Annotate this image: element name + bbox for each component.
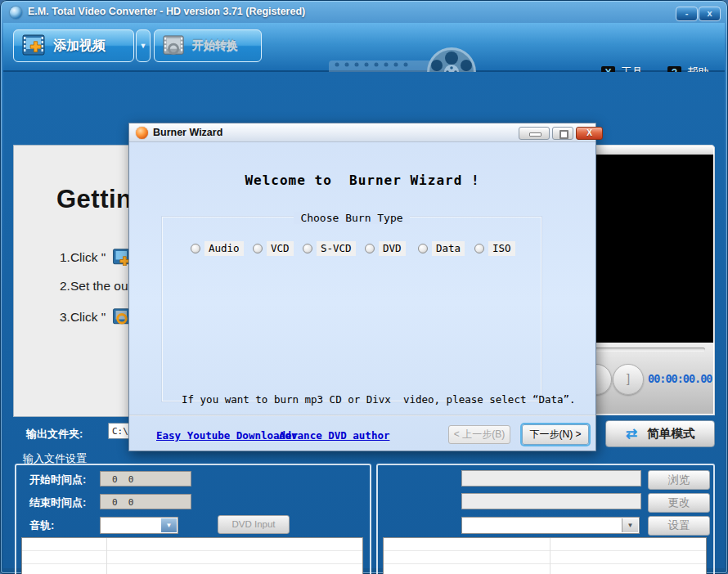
chevron-down-icon: ▼ <box>622 518 638 532</box>
step-3-text: 3.Click " <box>60 310 110 325</box>
list-column-divider <box>106 538 107 574</box>
output-format-select[interactable]: ▼ <box>461 517 640 534</box>
welcome-heading: Welcome to Burner Wizard ! <box>129 173 595 188</box>
output-field-2[interactable] <box>461 493 641 509</box>
radio-icon <box>303 244 312 253</box>
close-button[interactable]: x <box>699 7 721 21</box>
group-title-text: Choose Burn Type <box>294 212 409 224</box>
radio-vcd[interactable]: VCD <box>253 241 294 256</box>
radio-icon <box>191 244 200 253</box>
audio-track-select[interactable]: ▼ <box>100 517 178 534</box>
radio-label: ISO <box>488 241 515 256</box>
radio-audio[interactable]: Audio <box>191 241 244 256</box>
dialog-title-bar: Burner Wizard X <box>129 123 595 142</box>
easy-youtube-downloader-link[interactable]: Easy Youtube Downloader <box>156 429 298 442</box>
start-convert-label: 开始转换 <box>192 38 238 53</box>
burner-wizard-dialog: Burner Wizard X Welcome to Burner Wizard… <box>128 123 596 451</box>
radio-icon <box>418 244 428 253</box>
radio-iso[interactable]: ISO <box>474 241 515 256</box>
add-video-button[interactable]: 添加视频 <box>13 29 134 62</box>
add-video-dropdown-button[interactable]: ▼ <box>136 29 151 62</box>
time-display: 00:00:00.00 <box>648 372 712 385</box>
radio-data[interactable]: Data <box>418 241 465 256</box>
dialog-close-button[interactable]: X <box>576 127 603 140</box>
browse-button[interactable]: 浏览 <box>648 470 710 490</box>
getting-started-step-2: 2.Set the ou <box>60 279 128 294</box>
input-file-list[interactable] <box>21 537 363 574</box>
radio-label: DVD <box>379 241 406 256</box>
start-convert-button[interactable]: 开始转换 <box>154 29 262 62</box>
film-add-icon <box>22 34 47 57</box>
start-time-label: 开始时间点: <box>29 473 86 487</box>
burner-wizard-icon <box>136 127 148 139</box>
add-video-label: 添加视频 <box>53 38 106 55</box>
chevron-down-icon: ▼ <box>161 518 177 532</box>
dialog-divider <box>129 415 595 416</box>
list-column-divider <box>550 538 550 574</box>
change-button[interactable]: 更改 <box>648 493 710 513</box>
end-time-label: 结束时间点: <box>29 496 86 510</box>
app-logo-icon <box>10 7 22 19</box>
dialog-maximize-button[interactable] <box>552 127 573 140</box>
output-field-1[interactable] <box>461 470 641 487</box>
trim-end-button[interactable]: ] <box>613 364 644 395</box>
radio-icon <box>474 244 484 253</box>
dialog-minimize-button[interactable] <box>519 127 550 140</box>
toolbar: 添加视频 ▼ 开始转换 X 工具 ? 帮助 <box>3 23 725 72</box>
getting-started-step-1: 1.Click " <box>60 249 132 266</box>
radio-label: VCD <box>267 241 294 256</box>
back-button[interactable]: < 上一步(B) <box>448 425 510 444</box>
getting-started-step-3: 3.Click " <box>60 308 132 325</box>
title-bar: E.M. Total Video Converter - HD version … <box>3 2 725 23</box>
radio-svcd[interactable]: S-VCD <box>303 241 356 256</box>
audio-track-label: 音轨: <box>29 518 54 533</box>
settings-button[interactable]: 设置 <box>648 516 710 536</box>
burn-hint-text: If you want to burn mp3 CD or Divx video… <box>182 393 576 406</box>
advance-dvd-author-link[interactable]: Advance DVD author <box>279 429 389 442</box>
radio-label: Audio <box>204 241 244 256</box>
simple-mode-button[interactable]: ⇄ 简单模式 <box>605 420 715 447</box>
step-1-text: 1.Click " <box>60 250 110 265</box>
radio-dvd[interactable]: DVD <box>365 241 406 256</box>
minimize-button[interactable]: - <box>676 7 698 21</box>
swap-mode-icon: ⇄ <box>626 425 637 442</box>
simple-mode-label: 简单模式 <box>647 426 694 442</box>
next-button[interactable]: 下一步(N) > <box>522 424 589 445</box>
choose-burn-type-group: Choose Burn Type Audio VCD S-VCD DVD Dat… <box>162 217 542 401</box>
start-time-field[interactable]: 0 0 <box>100 471 191 487</box>
dvd-input-button[interactable]: DVD Input <box>218 515 290 534</box>
radio-icon <box>253 244 263 253</box>
radio-label: S-VCD <box>317 241 356 256</box>
radio-label: Data <box>432 241 465 256</box>
radio-icon <box>365 244 375 253</box>
step-2-text: 2.Set the ou <box>60 279 128 294</box>
output-folder-label: 输出文件夹: <box>26 427 83 442</box>
group-title: Choose Burn Type <box>163 210 541 225</box>
end-time-field[interactable]: 0 0 <box>100 494 191 509</box>
window-title: E.M. Total Video Converter - HD version … <box>28 6 305 17</box>
film-convert-icon <box>163 35 186 56</box>
dialog-title: Burner Wizard <box>153 127 222 138</box>
output-file-list[interactable] <box>383 537 707 574</box>
chevron-down-icon: ▼ <box>140 42 147 50</box>
